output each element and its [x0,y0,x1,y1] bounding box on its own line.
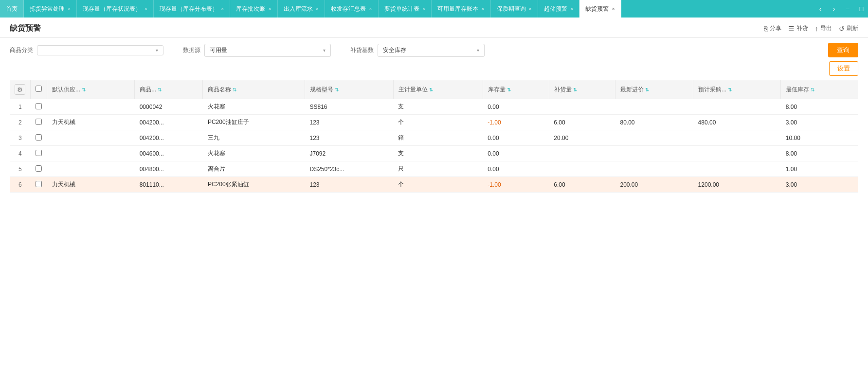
tab-close-5[interactable]: × [316,6,319,12]
page-title: 缺货预警 [10,23,41,34]
row-estimated-purchase-5: 1200.00 [693,177,781,193]
row-checkbox-cell-1 [31,115,47,130]
tab-close-2[interactable]: × [144,6,147,12]
row-min-stock-5: 3.00 [781,177,858,193]
estimated-purchase-sort-icon[interactable]: ⇅ [728,87,732,92]
table-row: 6 力天机械 801110... PC200张紧油缸 123 个 -1.00 6… [10,177,858,193]
th-product-code-label: 商品... [140,86,156,94]
stock-sort-icon[interactable]: ⇅ [507,87,511,92]
category-chevron-icon: ▾ [156,48,158,53]
row-min-stock-3: 8.00 [781,146,858,161]
row-latest-price-0 [615,99,693,115]
row-replenish-qty-3 [549,146,615,161]
row-estimated-purchase-3 [693,146,781,161]
query-button[interactable]: 查询 [828,43,858,57]
tab-close-9[interactable]: × [529,6,532,12]
datasource-select[interactable]: 可用量 ▾ [204,44,331,57]
th-estimated-purchase: 预计采购... ⇅ [693,80,781,99]
row-spec-1: 123 [305,115,394,130]
tab-item-4[interactable]: 库存批次账× [230,0,277,18]
spec-sort-icon[interactable]: ⇅ [335,87,339,92]
category-select[interactable]: ▾ [37,45,163,55]
row-spec-0: SS816 [305,99,394,115]
row-checkbox-2[interactable] [36,134,42,141]
row-unit-3: 支 [393,146,483,161]
unit-sort-icon[interactable]: ⇅ [429,87,433,92]
row-name-2: 三九 [203,130,305,146]
tab-next-btn[interactable]: › [827,0,841,18]
row-checkbox-4[interactable] [36,165,42,172]
row-checkbox-3[interactable] [36,150,42,156]
settings-button[interactable]: 设置 [829,61,858,76]
tab-close-4[interactable]: × [268,6,271,12]
select-all-checkbox[interactable] [36,86,42,92]
row-supplier-1: 力天机械 [47,115,135,130]
export-button[interactable]: ↑ 导出 [815,24,832,33]
row-replenish-qty-2: 20.00 [549,130,615,146]
tab-close-1[interactable]: × [68,6,71,12]
table-row: 1 0000042 火花塞 SS816 支 0.00 8.00 [10,99,858,115]
row-estimated-purchase-2 [693,130,781,146]
tab-close-8[interactable]: × [481,6,484,12]
tab-item-2[interactable]: 现存量（库存状况表）× [77,0,153,18]
row-unit-1: 个 [393,115,483,130]
tab-item-3[interactable]: 现存量（库存分布表）× [154,0,230,18]
tab-item-11[interactable]: 缺货预警× [579,0,621,18]
replenish-basis-label: 补货基数 [350,46,374,54]
product-name-sort-icon[interactable]: ⇅ [233,87,236,92]
tab-maximize-btn[interactable]: □ [854,0,868,18]
th-settings: ⚙ [10,80,31,99]
filter-row: 商品分类 ▾ 数据源 可用量 ▾ 补货基数 安全库存 ▾ 查询 [0,38,868,57]
tab-item-9[interactable]: 保质期查询× [491,0,538,18]
datasource-chevron-icon: ▾ [323,48,326,53]
table-row: 2 力天机械 004200... PC200油缸庄子 123 个 -1.00 6… [10,115,858,130]
row-latest-price-4 [615,161,693,177]
th-spec-label: 规格型号 [310,86,333,94]
tab-close-6[interactable]: × [369,6,372,12]
tab-close-3[interactable]: × [221,6,224,12]
default-supplier-sort-icon[interactable]: ⇅ [82,87,86,92]
tab-minimize-btn[interactable]: − [841,0,854,18]
table-body: 1 0000042 火花塞 SS816 支 0.00 8.00 2 力天机械 0… [10,99,858,193]
row-replenish-qty-0 [549,99,615,115]
row-min-stock-4: 1.00 [781,161,858,177]
replenish-button[interactable]: ☰ 补货 [788,24,808,33]
datasource-label: 数据源 [183,46,200,54]
tab-close-7[interactable]: × [422,6,425,12]
row-replenish-qty-5: 6.00 [549,177,615,193]
row-checkbox-1[interactable] [36,119,42,125]
row-code-5: 801110... [135,177,203,193]
tab-close-11[interactable]: × [612,6,615,12]
th-spec: 规格型号 ⇅ [305,80,394,99]
tab-item-7[interactable]: 要货单统计表× [379,0,432,18]
row-latest-price-3 [615,146,693,161]
share-button[interactable]: ⎘ 分享 [764,24,781,33]
min-stock-sort-icon[interactable]: ⇅ [811,87,814,92]
tab-item-10[interactable]: 超储预警× [538,0,579,18]
tab-prev-btn[interactable]: ‹ [814,0,827,18]
tab-item-0[interactable]: 首页 [0,0,24,18]
product-code-sort-icon[interactable]: ⇅ [158,87,162,92]
th-checkbox [31,80,47,99]
header-actions: ⎘ 分享 ☰ 补货 ↑ 导出 ↺ 刷新 [764,24,858,33]
tab-item-1[interactable]: 拣货异常处理× [24,0,77,18]
tab-item-5[interactable]: 出入库流水× [278,0,325,18]
replenish-basis-chevron-icon: ▾ [477,48,479,53]
tab-item-8[interactable]: 可用量库存账本× [432,0,490,18]
replenish-qty-sort-icon[interactable]: ⇅ [573,87,577,92]
replenish-basis-select[interactable]: 安全库存 ▾ [378,44,485,57]
row-checkbox-5[interactable] [36,181,42,187]
row-code-1: 004200... [135,115,203,130]
row-num-0: 1 [10,99,31,115]
tab-item-6[interactable]: 收发存汇总表× [325,0,378,18]
row-checkbox-cell-0 [31,99,47,115]
table-gear-icon[interactable]: ⚙ [15,84,25,95]
th-default-supplier: 默认供应... ⇅ [47,80,135,99]
latest-price-sort-icon[interactable]: ⇅ [645,87,649,92]
row-name-3: 火花塞 [203,146,305,161]
refresh-button[interactable]: ↺ 刷新 [839,24,858,33]
datasource-filter-group: 数据源 可用量 ▾ [183,44,331,57]
row-stock-2: 0.00 [483,130,549,146]
row-checkbox-0[interactable] [36,103,42,109]
tab-close-10[interactable]: × [570,6,573,12]
